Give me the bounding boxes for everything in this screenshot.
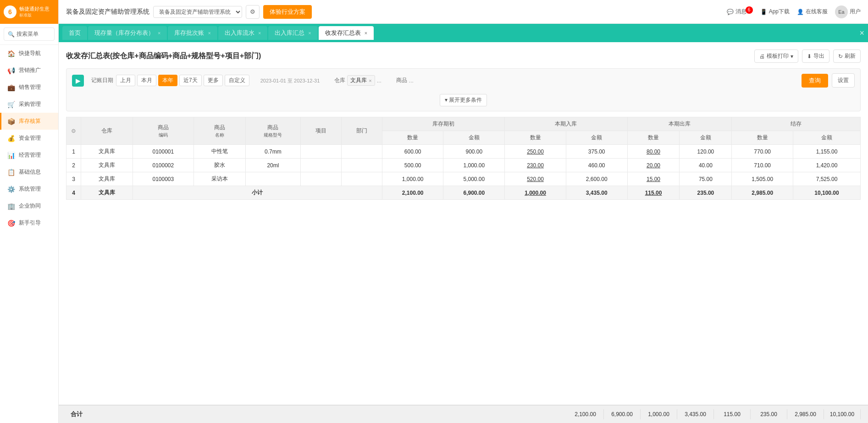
warehouse-more-btn[interactable]: ... bbox=[377, 77, 381, 84]
logo-name: 畅捷通好生意 bbox=[19, 5, 50, 12]
settings-button[interactable]: 设置 bbox=[832, 73, 855, 88]
query-button[interactable]: 查询 bbox=[802, 74, 828, 88]
subtotal-label: 小计 bbox=[133, 186, 382, 200]
purchase-icon: 🛒 bbox=[7, 101, 15, 108]
system-select[interactable]: 装备及固定资产辅助管理系统 bbox=[153, 6, 242, 18]
logo-badge: 标准版 bbox=[19, 12, 50, 18]
app-download-item[interactable]: 📱 App下载 bbox=[760, 8, 790, 16]
sidebar-item-label: 销售管理 bbox=[19, 83, 41, 91]
subtotal-balance-amt: 10,100.00 bbox=[793, 186, 861, 200]
subtotal-out-qty: 115.00 bbox=[627, 186, 680, 200]
app-download-label: App下载 bbox=[769, 8, 790, 16]
trial-button[interactable]: 体验行业方案 bbox=[263, 5, 312, 19]
sidebar-item-label: 基础信息 bbox=[19, 168, 41, 176]
tab-inout-summary[interactable]: 出入库汇总 × bbox=[268, 26, 317, 40]
sidebar-item-quick-nav[interactable]: 🏠 快捷导航 bbox=[0, 45, 58, 62]
online-service-item[interactable]: 👤 在线客服 bbox=[797, 8, 828, 16]
cell-no: 3 bbox=[66, 172, 81, 186]
search-menu-button[interactable]: 🔍 搜索菜单 bbox=[4, 27, 55, 41]
tab-batch-accounts-close[interactable]: × bbox=[208, 30, 210, 36]
tab-receivable-summary-close[interactable]: × bbox=[365, 30, 367, 36]
subtotal-in-amt: 3,435.00 bbox=[566, 186, 627, 200]
sidebar-item-base-info[interactable]: 📋 基础信息 bbox=[0, 164, 58, 181]
date-this-month-btn[interactable]: 本月 bbox=[137, 75, 156, 86]
goods-more-btn[interactable]: ... bbox=[409, 77, 414, 84]
refresh-button[interactable]: ↻ 刷新 bbox=[833, 49, 861, 63]
print-button[interactable]: 🖨 模板打印 ▾ bbox=[754, 49, 798, 63]
sidebar-logo: 6 畅捷通好生意 标准版 bbox=[0, 0, 58, 24]
sidebar-item-label: 经营管理 bbox=[19, 151, 41, 159]
table-row: 1 文具库 0100001 中性笔 0.7mm 600.00 900.00 25… bbox=[66, 145, 861, 159]
tab-inout-summary-close[interactable]: × bbox=[308, 30, 311, 36]
date-7days-btn[interactable]: 近7天 bbox=[179, 75, 202, 86]
inventory-icon: 📦 bbox=[7, 118, 15, 125]
sidebar-item-sales[interactable]: 💼 销售管理 bbox=[0, 79, 58, 96]
col-goods-name-header: 商品名称 bbox=[194, 117, 246, 145]
export-icon: ⬇ bbox=[807, 53, 812, 60]
cell-in-amt: 460.00 bbox=[566, 159, 627, 172]
chevron-down-icon: ▾ bbox=[791, 53, 793, 60]
page-footer: 合计 2,100.00 6,900.00 1,000.00 3,435.00 1… bbox=[59, 405, 868, 423]
user-label: 用户 bbox=[850, 8, 861, 16]
cell-goods-code: 0100003 bbox=[133, 172, 194, 186]
sidebar-item-finance[interactable]: 💰 资金管理 bbox=[0, 130, 58, 147]
warehouse-label: 仓库 bbox=[334, 77, 345, 84]
footer-balance-qty: 2,985.00 bbox=[787, 409, 824, 419]
expand-icon: ▾ bbox=[445, 97, 448, 103]
sidebar-item-operations[interactable]: 📊 经营管理 bbox=[0, 147, 58, 164]
sidebar-nav: 🏠 快捷导航 📢 营销推广 💼 销售管理 🛒 采购管理 📦 库存核算 💰 资金管… bbox=[0, 45, 58, 423]
tab-inout-flow[interactable]: 出入库流水 × bbox=[218, 26, 267, 40]
export-button[interactable]: ⬇ 导出 bbox=[802, 49, 829, 63]
warehouse-tag-text: 文具库 bbox=[350, 77, 367, 84]
warehouse-tag-close[interactable]: × bbox=[369, 78, 371, 83]
footer-opening-amt: 6,900.00 bbox=[604, 409, 641, 419]
sidebar-item-system[interactable]: ⚙️ 系统管理 bbox=[0, 181, 58, 198]
notification-item[interactable]: 💬 消息 6 bbox=[727, 8, 753, 16]
subtotal-in-qty: 1,000.00 bbox=[505, 186, 566, 200]
cell-goods-spec: 0.7mm bbox=[245, 145, 300, 159]
topbar-settings-button[interactable]: ⚙ bbox=[246, 5, 260, 19]
enterprise-icon: 🏢 bbox=[7, 203, 15, 210]
date-last-month-btn[interactable]: 上月 bbox=[116, 75, 135, 86]
date-custom-btn[interactable]: 自定义 bbox=[225, 75, 249, 86]
tab-inventory-distribution[interactable]: 现存量（库存分布表） × bbox=[88, 26, 167, 40]
footer-label: 合计 bbox=[71, 410, 83, 418]
cell-warehouse: 文具库 bbox=[81, 172, 133, 186]
tabbar: 首页 现存量（库存分布表） × 库存批次账 × 出入库流水 × 出入库汇总 × … bbox=[59, 24, 868, 42]
date-more-btn[interactable]: 更多 bbox=[204, 75, 223, 86]
cell-project bbox=[301, 145, 342, 159]
col-department-header: 部门 bbox=[341, 117, 382, 145]
sidebar-item-inventory[interactable]: 📦 库存核算 bbox=[0, 113, 58, 130]
user-avatar-initial: Ea bbox=[838, 9, 844, 15]
tab-inout-flow-close[interactable]: × bbox=[258, 30, 261, 36]
col-settings-gear-icon[interactable]: ⚙ bbox=[71, 128, 76, 134]
cell-balance-amt: 1,155.00 bbox=[793, 145, 861, 159]
sidebar-item-label: 采购管理 bbox=[19, 100, 41, 108]
cell-goods-spec: 20ml bbox=[245, 159, 300, 172]
user-item[interactable]: Ea 用户 bbox=[835, 5, 861, 18]
filter-row-main: ▶ 记账日期 上月 本月 本年 近7天 更多 自定义 2023-0 bbox=[72, 73, 855, 88]
sidebar-item-label: 企业协同 bbox=[19, 202, 41, 210]
cell-opening-amt: 1,000.00 bbox=[443, 159, 505, 172]
cell-out-qty: 80.00 bbox=[627, 145, 680, 159]
data-table: ⚙ 仓库 商品编码 商品名称 商品规格型号 项目 部门 库存期初 本期入库 本期… bbox=[66, 117, 861, 200]
tabbar-close-all-button[interactable]: × bbox=[859, 28, 864, 38]
col-in-amt-header: 金额 bbox=[566, 131, 627, 145]
date-this-year-btn[interactable]: 本年 bbox=[158, 75, 177, 86]
sidebar-item-purchase[interactable]: 🛒 采购管理 bbox=[0, 96, 58, 113]
sidebar-item-marketing[interactable]: 📢 营销推广 bbox=[0, 62, 58, 79]
tab-home[interactable]: 首页 bbox=[62, 26, 87, 40]
tab-batch-accounts[interactable]: 库存批次账 × bbox=[168, 26, 217, 40]
expand-filter-button[interactable]: ▾ 展开更多条件 bbox=[440, 94, 487, 106]
sidebar-item-label: 系统管理 bbox=[19, 185, 41, 193]
footer-in-amt: 3,435.00 bbox=[677, 409, 714, 419]
sidebar-item-newbie[interactable]: 🎯 新手引导 bbox=[0, 214, 58, 231]
sidebar-item-enterprise[interactable]: 🏢 企业协同 bbox=[0, 198, 58, 214]
goods-filter-group: 商品 ... bbox=[396, 77, 414, 84]
tab-inventory-distribution-label: 现存量（库存分布表） bbox=[94, 29, 154, 37]
tab-receivable-summary[interactable]: 收发存汇总表 × bbox=[319, 26, 374, 40]
tab-inventory-distribution-close[interactable]: × bbox=[158, 30, 160, 36]
filter-right-actions: 查询 设置 bbox=[802, 73, 855, 88]
footer-in-qty: 1,000.00 bbox=[641, 409, 677, 419]
filter-toggle-button[interactable]: ▶ bbox=[72, 75, 84, 87]
